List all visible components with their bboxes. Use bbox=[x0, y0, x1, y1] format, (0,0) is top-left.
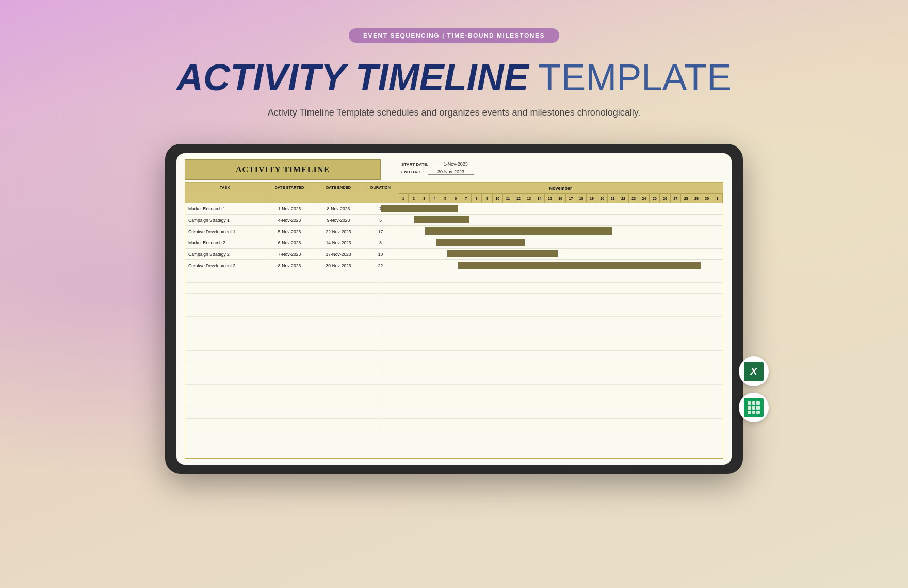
empty-row bbox=[185, 419, 723, 430]
empty-left bbox=[185, 351, 381, 362]
gantt-row bbox=[381, 203, 723, 214]
day-number: 21 bbox=[608, 194, 618, 203]
excel-icon: X bbox=[744, 362, 764, 381]
day-number: 19 bbox=[587, 194, 597, 203]
gantt-bar bbox=[414, 216, 469, 223]
empty-right bbox=[381, 283, 723, 293]
data-cell: 9-Nov-2023 bbox=[314, 215, 363, 225]
data-cell: Campaign Strategy 1 bbox=[185, 215, 265, 225]
tablet-wrapper: ACTIVITY TIMELINE START DATE: 1-Nov-2023… bbox=[165, 144, 743, 474]
empty-left bbox=[185, 317, 381, 328]
data-cell: 8-Nov-2023 bbox=[314, 203, 363, 214]
left-cells: Market Research 11-Nov-20238-Nov-20237 bbox=[185, 203, 381, 214]
gantt-row bbox=[381, 226, 723, 237]
tablet-screen: ACTIVITY TIMELINE START DATE: 1-Nov-2023… bbox=[176, 153, 732, 465]
start-date-value: 1-Nov-2023 bbox=[432, 161, 479, 167]
empty-row bbox=[185, 305, 723, 317]
day-number: 9 bbox=[482, 194, 492, 203]
gantt-bar bbox=[458, 262, 701, 269]
table-row: Creative Development 15-Nov-202322-Nov-2… bbox=[185, 226, 723, 237]
table-row: Market Research 11-Nov-20238-Nov-20237 bbox=[185, 203, 723, 215]
day-number: 24 bbox=[639, 194, 650, 203]
data-cell: 1-Nov-2023 bbox=[265, 203, 314, 214]
day-number: 8 bbox=[472, 194, 482, 203]
day-number: 18 bbox=[576, 194, 587, 203]
excel-x-letter: X bbox=[750, 366, 757, 378]
empty-row bbox=[185, 373, 723, 385]
empty-right bbox=[381, 419, 723, 430]
empty-row bbox=[185, 317, 723, 328]
day-number: 22 bbox=[618, 194, 628, 203]
data-cell: Market Research 2 bbox=[185, 237, 265, 248]
gantt-bar bbox=[381, 205, 458, 212]
badge-text: EVENT SEQUENCING | TIME-BOUND MILESTONES bbox=[363, 32, 545, 39]
main-title: ACTIVITY TIMELINE TEMPLATE bbox=[176, 57, 732, 98]
day-number: 14 bbox=[534, 194, 545, 203]
empty-right bbox=[381, 328, 723, 339]
left-cells: Creative Development 15-Nov-202322-Nov-2… bbox=[185, 226, 381, 237]
empty-left bbox=[185, 305, 381, 316]
day-number: 15 bbox=[545, 194, 555, 203]
sheets-cell bbox=[756, 406, 760, 410]
empty-row bbox=[185, 294, 723, 305]
gantt-row bbox=[381, 215, 723, 225]
sheets-grid bbox=[748, 401, 760, 414]
month-label: November bbox=[398, 186, 723, 191]
gantt-bar bbox=[447, 250, 558, 257]
table-area: TASKDATE STARTEDDATE ENDEDDURATION Novem… bbox=[176, 180, 732, 465]
day-numbers: 1234567891011121314151617181920212223242… bbox=[398, 194, 723, 203]
empty-left bbox=[185, 373, 381, 384]
left-cells: Creative Development 28-Nov-202330-Nov-2… bbox=[185, 260, 381, 271]
tablet-outer: ACTIVITY TIMELINE START DATE: 1-Nov-2023… bbox=[165, 144, 743, 474]
empty-right bbox=[381, 271, 723, 282]
col-header: DATE STARTED bbox=[265, 183, 314, 203]
day-number: 6 bbox=[450, 194, 461, 203]
data-cell: 6-Nov-2023 bbox=[265, 237, 314, 248]
data-cell: 4-Nov-2023 bbox=[265, 215, 314, 225]
data-cell: Creative Development 2 bbox=[185, 260, 265, 271]
sheets-cell bbox=[752, 406, 756, 410]
activity-title-box: ACTIVITY TIMELINE bbox=[185, 159, 381, 180]
data-cell: Market Research 1 bbox=[185, 203, 265, 214]
data-cell: 14-Nov-2023 bbox=[314, 237, 363, 248]
data-rows-container: Market Research 11-Nov-20238-Nov-20237Ca… bbox=[185, 203, 723, 458]
empty-right bbox=[381, 339, 723, 350]
day-number: 4 bbox=[430, 194, 440, 203]
day-number: 28 bbox=[681, 194, 691, 203]
sheets-cell bbox=[748, 406, 751, 410]
day-number: 30 bbox=[702, 194, 712, 203]
end-date-label: END DATE: bbox=[401, 170, 424, 174]
app-icons: X bbox=[739, 356, 769, 422]
day-number: 1 bbox=[712, 194, 723, 203]
empty-row bbox=[185, 396, 723, 407]
day-number: 1 bbox=[398, 194, 409, 203]
data-cell: 8-Nov-2023 bbox=[265, 260, 314, 271]
main-content: EVENT SEQUENCING | TIME-BOUND MILESTONES… bbox=[0, 0, 908, 588]
sheets-cell bbox=[756, 411, 760, 414]
data-cell: 22-Nov-2023 bbox=[314, 226, 363, 237]
empty-left bbox=[185, 283, 381, 293]
sheets-cell bbox=[748, 411, 751, 414]
empty-right bbox=[381, 294, 723, 305]
empty-right bbox=[381, 373, 723, 384]
header-row: TASKDATE STARTEDDATE ENDEDDURATION Novem… bbox=[185, 183, 723, 203]
sheets-icon-button[interactable] bbox=[739, 393, 769, 422]
gantt-row bbox=[381, 237, 723, 248]
start-date-label: START DATE: bbox=[401, 162, 428, 167]
spreadsheet-header: ACTIVITY TIMELINE START DATE: 1-Nov-2023… bbox=[176, 153, 732, 180]
empty-right bbox=[381, 362, 723, 373]
sheets-cell bbox=[756, 401, 760, 405]
empty-right bbox=[381, 396, 723, 407]
day-number: 2 bbox=[409, 194, 419, 203]
sheets-cell bbox=[752, 411, 756, 414]
col-header: TASK bbox=[185, 183, 265, 203]
empty-right bbox=[381, 351, 723, 362]
gantt-bar bbox=[425, 227, 612, 235]
data-cell: Campaign Strategy 2 bbox=[185, 249, 265, 259]
day-number: 26 bbox=[660, 194, 670, 203]
end-date-value: 30-Nov-2023 bbox=[428, 169, 474, 175]
empty-left bbox=[185, 271, 381, 282]
title-bold: ACTIVITY TIMELINE bbox=[176, 57, 529, 98]
col-header: DURATION bbox=[363, 183, 398, 203]
excel-icon-button[interactable]: X bbox=[739, 356, 769, 386]
